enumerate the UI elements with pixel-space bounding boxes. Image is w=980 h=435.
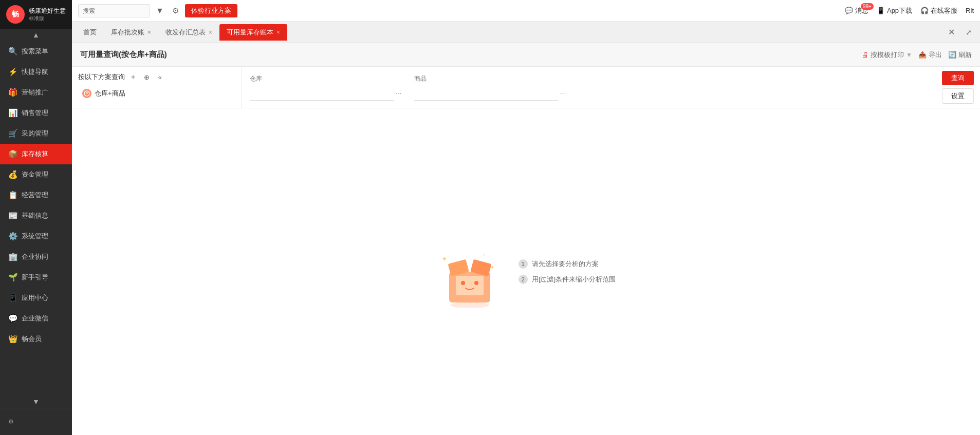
finance-icon: 💰	[8, 170, 17, 179]
hint-text-2: 用[过滤]条件来缩小分析范围	[532, 275, 616, 284]
hint-num-2: 2	[519, 275, 528, 284]
filter-scheme-panel: 按以下方案查询 ＋ ⊕ « 仓库+商品	[72, 67, 242, 108]
sidebar-item-label: 企业微信	[22, 314, 48, 323]
sidebar-item-label: 经营管理	[22, 191, 48, 200]
sidebar-item-marketing[interactable]: 🎁 营销推广	[0, 82, 72, 103]
sidebar-item-app-center[interactable]: 📱 应用中心	[0, 288, 72, 308]
tab-close-window-btn[interactable]: ✕	[944, 25, 958, 40]
svg-point-0	[84, 91, 89, 96]
sidebar-item-label: 企业协同	[22, 252, 48, 261]
add-scheme-btn[interactable]: ＋	[128, 72, 138, 82]
tab-receivable-summary[interactable]: 收发存汇总表 ×	[158, 24, 219, 41]
product-more-btn[interactable]: ···	[560, 89, 566, 97]
collapse-scheme-btn[interactable]: «	[155, 72, 165, 82]
sidebar-item-operations[interactable]: 📋 经营管理	[0, 185, 72, 205]
topbar-search-input[interactable]	[78, 4, 150, 17]
svg-text:✦: ✦	[490, 264, 494, 270]
refresh-label: 刷新	[958, 50, 972, 60]
warehouse-more-btn[interactable]: ···	[396, 89, 402, 97]
sidebar-item-search[interactable]: 🔍 搜索菜单	[0, 41, 72, 62]
sidebar-scroll-down[interactable]: ▼	[0, 395, 72, 408]
empty-state: ✦ ✦ ✧ 1 请先选择要分析的方案 2 用[过滤]条件来缩小分析范围	[72, 108, 980, 435]
tab-available-ledger-close[interactable]: ×	[276, 29, 280, 36]
newbie-icon: 🌱	[8, 273, 17, 282]
tab-home-label: 首页	[83, 28, 97, 37]
user-label: Rit	[966, 7, 974, 14]
sidebar-item-member[interactable]: 👑 畅会员	[0, 329, 72, 349]
refresh-btn[interactable]: 🔄 刷新	[948, 50, 972, 60]
print-btn[interactable]: 🖨 按模板打印 ▼	[862, 50, 912, 60]
print-icon: 🖨	[862, 51, 868, 59]
empty-hint-2: 2 用[过滤]条件来缩小分析范围	[519, 275, 616, 284]
sidebar-item-sales[interactable]: 📊 销售管理	[0, 103, 72, 123]
message-icon: 💬	[845, 7, 853, 14]
sidebar-item-label: 营销推广	[22, 88, 48, 97]
marketing-icon: 🎁	[8, 88, 17, 97]
sidebar-item-label: 库存核算	[22, 149, 48, 159]
filter-actions: 查询 设置	[936, 67, 980, 108]
export-btn[interactable]: 📤 导出	[918, 50, 942, 60]
warehouse-input[interactable]	[250, 85, 394, 101]
topbar-gear-btn[interactable]: ⚙	[170, 5, 181, 16]
scheme-item-warehouse-product[interactable]: 仓库+商品	[78, 86, 235, 101]
empty-illustration: ✦ ✦ ✧	[436, 241, 498, 302]
member-icon: 👑	[8, 334, 17, 344]
topbar-message-btn[interactable]: 💬 消息 99+	[845, 6, 868, 15]
sidebar-item-enterprise[interactable]: 🏢 企业协同	[0, 247, 72, 267]
svg-text:✦: ✦	[441, 255, 448, 263]
trial-btn[interactable]: 体验行业方案	[185, 4, 237, 17]
sidebar-item-purchase[interactable]: 🛒 采购管理	[0, 123, 72, 144]
sidebar-item-enterprise-wechat[interactable]: 💬 企业微信	[0, 308, 72, 329]
print-dropdown-icon[interactable]: ▼	[906, 51, 912, 59]
sidebar-item-finance[interactable]: 💰 资金管理	[0, 164, 72, 185]
sidebar-item-label: 快捷导航	[22, 67, 48, 77]
tab-available-ledger-label: 可用量库存账本	[227, 28, 273, 37]
main-area: ▼ ⚙ 体验行业方案 💬 消息 99+ 📱 App下载 🎧 在线客服 Rit	[72, 0, 980, 435]
sidebar-item-basic-info[interactable]: 📰 基础信息	[0, 205, 72, 226]
tab-batch-ledger-close[interactable]: ×	[147, 29, 151, 36]
enterprise-icon: 🏢	[8, 252, 17, 261]
tab-expand-btn[interactable]: ⤢	[961, 25, 976, 40]
basic-info-icon: 📰	[8, 211, 17, 220]
tab-available-ledger[interactable]: 可用量库存账本 ×	[219, 24, 287, 41]
topbar-service-btn[interactable]: 🎧 在线客服	[920, 6, 957, 15]
export-icon: 📤	[918, 51, 927, 59]
tab-home[interactable]: 首页	[76, 24, 104, 41]
service-icon: 🎧	[920, 7, 929, 14]
sidebar-footer: ⚙	[0, 408, 72, 435]
topbar-app-btn[interactable]: 📱 App下载	[877, 6, 912, 15]
sidebar-item-system[interactable]: ⚙️ 系统管理	[0, 226, 72, 247]
sidebar-footer-item[interactable]: ⚙	[0, 412, 72, 431]
hint-text-1: 请先选择要分析的方案	[532, 259, 599, 269]
product-label: 商品	[414, 74, 566, 83]
sidebar-item-label: 应用中心	[22, 293, 48, 302]
filter-field-product: 商品 ···	[414, 74, 566, 101]
page-title: 可用量查询(按仓库+商品)	[80, 50, 167, 60]
warehouse-label: 仓库	[250, 74, 402, 83]
sidebar-item-label: 基础信息	[22, 211, 48, 220]
sidebar-item-shortcut[interactable]: ⚡ 快捷导航	[0, 62, 72, 82]
page-header-actions: 🖨 按模板打印 ▼ 📤 导出 🔄 刷新	[862, 50, 972, 60]
purchase-icon: 🛒	[8, 129, 17, 138]
topbar: ▼ ⚙ 体验行业方案 💬 消息 99+ 📱 App下载 🎧 在线客服 Rit	[72, 0, 980, 22]
topbar-dropdown-btn[interactable]: ▼	[154, 5, 165, 16]
sidebar-scroll-up[interactable]: ▲	[0, 29, 72, 41]
sidebar-item-inventory[interactable]: 📦 库存核算	[0, 144, 72, 164]
inventory-icon: 📦	[8, 149, 17, 159]
filter-scheme-label: 按以下方案查询	[78, 72, 125, 82]
empty-hints: 1 请先选择要分析的方案 2 用[过滤]条件来缩小分析范围	[519, 259, 616, 284]
product-input[interactable]	[414, 85, 558, 101]
topbar-user-btn[interactable]: Rit	[966, 7, 974, 14]
scheme-item-label: 仓库+商品	[95, 89, 125, 98]
app-center-icon: 📱	[8, 293, 17, 302]
query-btn[interactable]: 查询	[942, 71, 974, 85]
tab-batch-ledger[interactable]: 库存批次账 ×	[104, 24, 158, 41]
tab-receivable-summary-close[interactable]: ×	[209, 29, 212, 36]
manage-scheme-btn[interactable]: ⊕	[141, 72, 152, 82]
sidebar-item-newbie[interactable]: 🌱 新手引导	[0, 267, 72, 288]
svg-point-5	[461, 281, 465, 285]
print-label: 按模板打印	[871, 50, 904, 60]
sidebar-item-label: 采购管理	[22, 129, 48, 138]
settings-btn[interactable]: 设置	[942, 88, 974, 104]
sidebar-title: 畅康通好生意	[29, 7, 66, 15]
